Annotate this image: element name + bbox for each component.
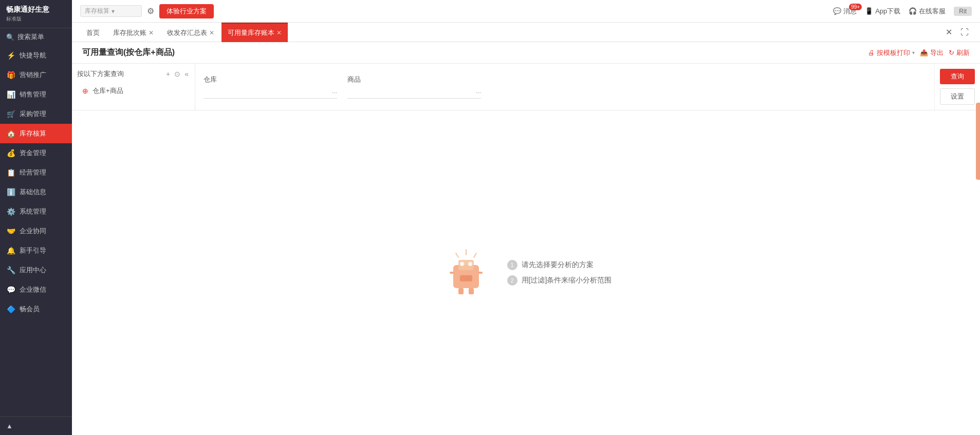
filter-collapse-button[interactable]: « [183,69,190,79]
svg-line-11 [474,253,476,257]
trial-button[interactable]: 体验行业方案 [159,4,214,18]
guide-icon: 🔔 [6,246,15,255]
product-more-icon[interactable]: ··· [476,89,481,96]
tab-receipt-summary-label: 收发存汇总表 [167,28,207,37]
settings-circle-icon: ⊙ [174,70,180,78]
warehouse-field-input[interactable]: ··· [204,86,337,99]
shortcut-icon: ⚡ [6,51,15,60]
page-actions: 🖨 按模板打印 ▾ 📤 导出 ↻ 刷新 [868,48,970,58]
tab-available-ledger-label: 可用量库存账本 [228,28,274,37]
top-header: 库存核算 ▾ ⚙ 体验行业方案 💬 消息 99+ 📱 App下载 🎧 在线客服 … [72,0,980,23]
app-download-label: App下载 [875,7,900,16]
sidebar-item-wechat[interactable]: 💬 企业微信 [0,280,72,299]
sidebar-bottom[interactable]: ▲ [0,417,72,435]
filter-add-button[interactable]: + [165,69,171,79]
empty-step-2: 2 用[过滤]条件来缩小分析范围 [507,275,612,286]
filter-sidebar: 按以下方案查询 + ⊙ « ⊕ 仓库+商 [72,64,195,110]
tab-expand-button[interactable]: ⛶ [957,27,972,38]
phone-icon: 📱 [865,7,873,15]
tab-receipt-summary[interactable]: 收发存汇总表 ✕ [161,23,220,42]
sidebar-item-finance[interactable]: 💰 资金管理 [0,143,72,163]
nav-label-basic: 基础信息 [20,187,46,197]
nav-label-inventory: 库存核算 [20,129,46,138]
brand-name: 畅康通好生意 [6,5,66,14]
print-icon: 🖨 [868,49,875,56]
sidebar-item-app[interactable]: 🔧 应用中心 [0,260,72,280]
empty-text: 1 请先选择要分析的方案 2 用[过滤]条件来缩小分析范围 [507,260,612,286]
user-avatar[interactable]: Rit [954,7,972,16]
step-2-circle: 2 [507,275,517,286]
filter-option-label: 仓库+商品 [93,86,123,96]
step-2-text: 用[过滤]条件来缩小分析范围 [522,276,612,285]
collapse-icon: « [184,70,189,78]
tab-batch-ledger-close[interactable]: ✕ [149,29,154,36]
scroll-indicator[interactable] [976,103,980,180]
product-field-input[interactable]: ··· [347,86,481,99]
app-download-item[interactable]: 📱 App下载 [865,7,900,16]
sidebar-item-guide[interactable]: 🔔 新手引导 [0,241,72,260]
tab-home[interactable]: 首页 [80,23,106,42]
headset-icon: 🎧 [909,7,917,15]
empty-step-1: 1 请先选择要分析的方案 [507,260,612,270]
down-icon: ▲ [6,422,13,430]
tab-close-button[interactable]: ✕ [942,26,955,38]
tab-bar: 首页 库存批次账 ✕ 收发存汇总表 ✕ 可用量库存账本 ✕ ✕ ⛶ [72,23,980,42]
nav-label-guide: 新手引导 [20,246,46,255]
field-group-product: 商品 ··· [347,75,481,99]
export-label: 导出 [930,48,944,58]
sidebar-item-inventory[interactable]: 🏠 库存核算 [0,124,72,143]
tab-home-label: 首页 [86,28,100,37]
export-icon: 📤 [920,49,928,56]
chevron-down-icon: ▾ [112,8,115,15]
sidebar-item-basic[interactable]: ℹ️ 基础信息 [0,182,72,202]
warehouse-input[interactable] [204,88,330,96]
sidebar-item-system[interactable]: ⚙️ 系统管理 [0,202,72,221]
product-field-label: 商品 [347,75,481,84]
sidebar-item-member[interactable]: 🔷 畅会员 [0,299,72,319]
breadcrumb-text: 库存核算 [85,7,109,15]
purchase-icon: 🛒 [6,109,15,119]
export-button[interactable]: 📤 导出 [920,48,944,58]
svg-rect-4 [460,275,472,281]
sidebar-item-sales[interactable]: 📊 销售管理 [0,85,72,104]
sidebar-item-enterprise[interactable]: 🤝 企业协同 [0,221,72,241]
warehouse-field-label: 仓库 [204,75,337,84]
settings-button[interactable]: 设置 [940,88,975,105]
nav-label-shortcut: 快捷导航 [20,51,46,60]
print-button[interactable]: 🖨 按模板打印 ▾ [868,48,915,58]
marketing-icon: 🎁 [6,70,15,80]
tab-receipt-summary-close[interactable]: ✕ [209,29,214,36]
sidebar-item-purchase[interactable]: 🛒 采购管理 [0,104,72,124]
nav-label-system: 系统管理 [20,207,46,216]
tab-batch-ledger[interactable]: 库存批次账 ✕ [107,23,160,42]
svg-rect-7 [458,288,464,294]
sidebar-nav: ⚡ 快捷导航 🎁 营销推广 📊 销售管理 🛒 采购管理 🏠 库存核算 💰 资金管… [0,46,72,417]
page-title: 可用量查询(按仓库+商品) [82,47,868,58]
empty-state: 1 请先选择要分析的方案 2 用[过滤]条件来缩小分析范围 [72,110,980,435]
tab-available-ledger[interactable]: 可用量库存账本 ✕ [221,23,288,42]
filter-settings-button[interactable]: ⊙ [173,69,181,79]
tab-available-ledger-close[interactable]: ✕ [276,29,282,36]
search-icon: 🔍 [6,33,14,41]
sidebar-item-shortcut[interactable]: ⚡ 快捷导航 [0,46,72,65]
query-button[interactable]: 查询 [940,69,975,84]
refresh-button[interactable]: ↻ 刷新 [949,48,970,58]
sidebar-search[interactable]: 🔍 搜索菜单 [0,28,72,46]
header-right: 💬 消息 99+ 📱 App下载 🎧 在线客服 Rit [833,7,972,16]
filter-query-actions: 查询 设置 [934,64,980,110]
tab-bar-right: ✕ ⛶ [942,26,972,38]
svg-point-3 [468,262,472,266]
nav-label-sales: 销售管理 [20,90,46,99]
inventory-icon: 🏠 [6,129,15,138]
filter-section-label: 按以下方案查询 [77,69,124,79]
product-input[interactable] [347,88,474,96]
warehouse-more-icon[interactable]: ··· [332,89,337,96]
basic-icon: ℹ️ [6,187,15,197]
filter-option-warehouse-product[interactable]: ⊕ 仓库+商品 [77,83,190,99]
breadcrumb-input[interactable]: 库存核算 ▾ [80,5,142,17]
online-service-item[interactable]: 🎧 在线客服 [909,7,946,16]
sidebar-item-operation[interactable]: 📋 经营管理 [0,163,72,182]
gear-icon[interactable]: ⚙ [147,6,154,16]
message-item[interactable]: 💬 消息 99+ [833,7,857,16]
sidebar-item-marketing[interactable]: 🎁 营销推广 [0,65,72,85]
